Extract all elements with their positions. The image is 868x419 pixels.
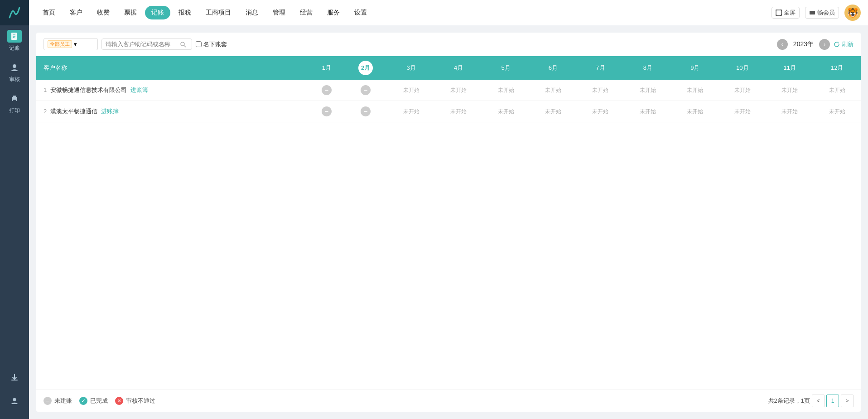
month-cell-2[interactable]: − — [344, 101, 387, 122]
toolbar: 全部员工 ▾ 名下账套 ‹ 2023年 › — [36, 33, 861, 56]
svg-point-4 — [13, 64, 16, 68]
sidebar-print-label: 打印 — [9, 107, 20, 115]
next-year-button[interactable]: › — [819, 39, 830, 50]
footer: − 未建账 ✓ 已完成 ✕ 审核不通过 共2条记录，1页 < 1 > — [36, 390, 861, 412]
avatar[interactable]: 🐯 — [844, 5, 861, 21]
search-input-wrap — [101, 39, 192, 50]
employee-select[interactable]: 全部员工 ▾ — [43, 38, 98, 50]
sidebar-item-download[interactable] — [0, 366, 29, 388]
nav-invoices[interactable]: 票据 — [118, 6, 143, 19]
legend-dot-red: ✕ — [115, 397, 123, 405]
sidebar-item-audit[interactable]: 审核 — [0, 57, 29, 88]
month-cell-6: 未开始 — [530, 80, 577, 101]
fullscreen-label: 全屏 — [784, 9, 796, 17]
svg-rect-10 — [810, 11, 815, 14]
year-nav: ‹ 2023年 › — [777, 39, 830, 50]
legend-dot-teal: ✓ — [79, 397, 87, 405]
month-cell-7: 未开始 — [577, 101, 624, 122]
main-table: 客户名称 1月 2月 3月 4月 5月 6月 7月 8月 9月 — [36, 56, 861, 122]
row-num: 1 — [43, 87, 47, 93]
month-cell-3: 未开始 — [387, 80, 434, 101]
month-cell-4: 未开始 — [435, 80, 482, 101]
main-card: 全部员工 ▾ 名下账套 ‹ 2023年 › — [36, 33, 861, 412]
current-month-circle: 2月 — [358, 61, 373, 75]
sidebar-item-bookkeeping[interactable]: 记账 — [0, 25, 29, 57]
download-icon — [7, 371, 22, 384]
nav-messages[interactable]: 消息 — [239, 6, 265, 19]
sidebar-item-user[interactable] — [0, 390, 29, 412]
nav-business[interactable]: 工商项目 — [199, 6, 237, 19]
topbar-nav: 首页 客户 收费 票据 记账 报税 工商项目 消息 管理 经营 服务 设置 — [36, 6, 772, 19]
topbar: 首页 客户 收费 票据 记账 报税 工商项目 消息 管理 经营 服务 设置 — [29, 0, 868, 25]
vip-label: 畅会员 — [817, 9, 835, 17]
nav-home[interactable]: 首页 — [36, 6, 62, 19]
row-num: 2 — [43, 108, 47, 115]
table-wrap: 客户名称 1月 2月 3月 4月 5月 6月 7月 8月 9月 — [36, 56, 861, 390]
legend-label-completed: 已完成 — [90, 397, 108, 405]
checkbox-text: 名下账套 — [203, 40, 227, 48]
col-m6: 6月 — [530, 56, 577, 80]
month-cell-1[interactable]: − — [309, 80, 344, 101]
fullscreen-button[interactable]: 全屏 — [772, 7, 800, 19]
nav-accounting[interactable]: 记账 — [145, 6, 170, 19]
nav-tax[interactable]: 报税 — [172, 6, 198, 19]
next-page-button[interactable]: > — [841, 395, 854, 407]
nav-operations[interactable]: 经营 — [294, 6, 319, 19]
topbar-right: 全屏 畅会员 🐯 — [772, 5, 861, 21]
search-icon — [180, 41, 186, 48]
nav-services[interactable]: 服务 — [321, 6, 346, 19]
nav-management[interactable]: 管理 — [266, 6, 292, 19]
status-dash-icon: − — [361, 106, 371, 116]
page-1-button[interactable]: 1 — [826, 395, 839, 407]
legend-rejected: ✕ 审核不通过 — [115, 397, 155, 405]
col-name: 客户名称 — [36, 56, 309, 80]
month-cell-5: 未开始 — [482, 80, 529, 101]
enter-ledger-link[interactable]: 进账簿 — [101, 108, 119, 115]
col-m12: 12月 — [813, 56, 861, 80]
pagination-info: 共2条记录，1页 — [768, 397, 810, 405]
company-name: 漠澳太平畅捷通信 — [50, 108, 97, 115]
month-cell-10: 未开始 — [719, 80, 766, 101]
col-m11: 11月 — [766, 56, 813, 80]
refresh-label: 刷新 — [842, 40, 854, 48]
refresh-button[interactable]: 刷新 — [834, 40, 854, 48]
col-m4: 4月 — [435, 56, 482, 80]
enter-ledger-link[interactable]: 进账簿 — [130, 87, 148, 93]
col-m3: 3月 — [387, 56, 434, 80]
month-cell-8: 未开始 — [624, 80, 671, 101]
company-name: 安徽畅捷通信息技术有限公司 — [50, 87, 127, 93]
nav-settings[interactable]: 设置 — [348, 6, 373, 19]
nav-customers[interactable]: 客户 — [63, 6, 89, 19]
pagination: 共2条记录，1页 < 1 > — [768, 395, 854, 407]
search-input[interactable] — [106, 41, 178, 48]
checkbox-label[interactable]: 名下账套 — [196, 40, 227, 48]
month-cell-1[interactable]: − — [309, 101, 344, 122]
sidebar-bottom — [0, 366, 29, 419]
svg-rect-6 — [13, 96, 16, 97]
checkbox-accounts[interactable] — [196, 41, 202, 47]
prev-page-button[interactable]: < — [812, 395, 825, 407]
vip-button[interactable]: 畅会员 — [805, 7, 839, 19]
legend-completed: ✓ 已完成 — [79, 397, 108, 405]
legend-label-rejected: 审核不通过 — [126, 397, 155, 405]
year-label: 2023年 — [793, 40, 814, 48]
month-cell-2[interactable]: − — [344, 80, 387, 101]
print-icon — [7, 92, 22, 105]
month-cell-6: 未开始 — [530, 101, 577, 122]
month-cell-9: 未开始 — [671, 80, 719, 101]
table-row: 2漠澳太平畅捷通信进账簿−−未开始未开始未开始未开始未开始未开始未开始未开始未开… — [36, 101, 861, 122]
dropdown-arrow-icon: ▾ — [74, 41, 77, 48]
nav-billing[interactable]: 收费 — [91, 6, 116, 19]
col-m1: 1月 — [309, 56, 344, 80]
svg-point-11 — [181, 42, 184, 46]
month-cell-11: 未开始 — [766, 80, 813, 101]
sidebar-logo — [0, 0, 29, 25]
sidebar-bookkeeping-label: 记账 — [9, 44, 20, 52]
user-icon — [7, 395, 22, 407]
status-dash-icon: − — [322, 85, 332, 95]
sidebar-item-print[interactable]: 打印 — [0, 88, 29, 119]
prev-year-button[interactable]: ‹ — [777, 39, 788, 50]
col-m8: 8月 — [624, 56, 671, 80]
employee-tag: 全部员工 — [48, 40, 72, 48]
table-row: 1安徽畅捷通信息技术有限公司进账簿−−未开始未开始未开始未开始未开始未开始未开始… — [36, 80, 861, 101]
